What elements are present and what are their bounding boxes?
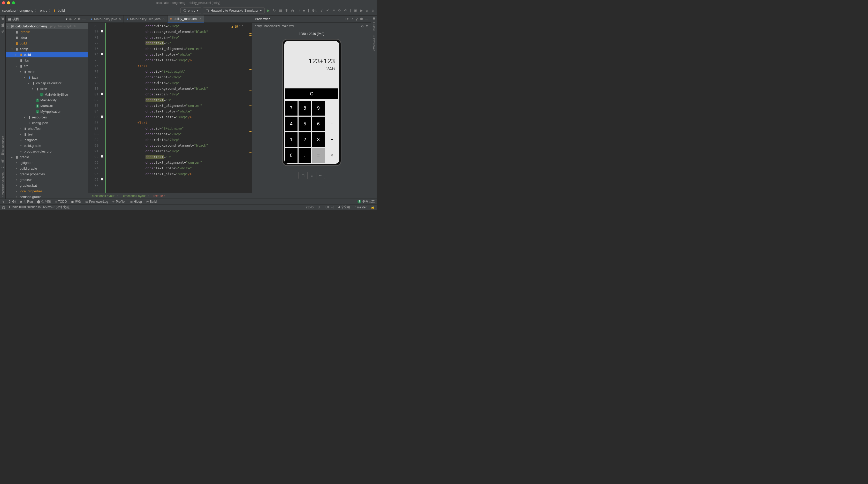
gradle-icon[interactable]: ⬣ [373, 17, 375, 20]
bc-seg[interactable]: TextField [153, 194, 165, 198]
bc-seg[interactable]: DirectionalLayout [122, 194, 146, 198]
tool-problems[interactable]: ⬤ 6: 问题 [37, 199, 51, 204]
breadcrumb-seg[interactable]: build [58, 8, 65, 12]
minimize-icon[interactable]: — [365, 17, 368, 21]
tool-tab-pull-requests[interactable]: Pull Requests [1, 136, 4, 154]
lock-icon[interactable]: 🔒 [371, 206, 375, 209]
tree-row[interactable]: ▪gradlew [6, 177, 88, 183]
bug-icon[interactable]: ✱ [285, 8, 288, 12]
presentation-icon[interactable]: ▣ [354, 8, 357, 12]
debug-refresh-icon[interactable]: ↻ [273, 8, 276, 12]
expand-icon[interactable]: ⤢ [73, 17, 76, 21]
gear-icon[interactable]: ✱ [360, 17, 363, 21]
calc-key[interactable]: 7 [285, 101, 298, 116]
tool-tab-ohos-variants[interactable]: OhosBuild Variants [1, 173, 4, 196]
status-branch[interactable]: ᚶ master [354, 206, 367, 209]
calc-key[interactable]: 9 [312, 101, 325, 116]
split-icon[interactable]: ◫ [299, 172, 307, 179]
tool-profiler[interactable]: ∿ Profiler [112, 200, 126, 204]
zoom-out-icon[interactable]: ⊖ [361, 24, 364, 28]
tree-row[interactable]: ▪local.properties [6, 188, 88, 194]
tree-row[interactable]: CMathUtil [6, 103, 88, 109]
tool-tab-structure[interactable]: 7: 结构 [1, 158, 5, 161]
device-screen[interactable]: 123+123 246 C 789+456-123÷0.=× [284, 41, 339, 164]
more-icon[interactable]: ⋯ [316, 172, 325, 179]
device-selector[interactable]: ▢ Huawei Lite Wearable Simulator ▾ [203, 7, 265, 13]
tree-row[interactable]: ▾▮src [6, 63, 88, 69]
calc-key[interactable]: 8 [299, 101, 311, 116]
status-position[interactable]: 23:40 [306, 206, 314, 209]
tree-row[interactable]: ▮.idea [6, 35, 88, 40]
minimize-icon[interactable] [7, 1, 10, 4]
calc-key[interactable]: 5 [299, 117, 311, 131]
git-commit-icon[interactable]: ✔ [326, 8, 329, 12]
breadcrumb-seg[interactable]: calculator-hongmeng [2, 8, 33, 12]
tree-row[interactable]: ▪gradlew.bat [6, 183, 88, 188]
calc-clear-key[interactable]: C [285, 88, 338, 99]
tree-row[interactable]: ▸▮gradle [6, 154, 88, 160]
editor-tab[interactable]: ●ability_main.xml✕ [167, 16, 204, 23]
tool-tab-gradle[interactable]: Gradle [372, 22, 376, 31]
calc-key[interactable]: = [312, 148, 325, 163]
theme-icon[interactable]: ☼ [307, 172, 316, 179]
calc-key[interactable]: 1 [285, 132, 298, 147]
target-icon[interactable]: ⊕ [69, 17, 72, 21]
close-icon[interactable]: ✕ [162, 17, 165, 21]
calc-key[interactable]: ÷ [326, 132, 338, 147]
tree-row[interactable]: ▸▮ohosTest [6, 126, 88, 131]
tree-row[interactable]: ▾▮main [6, 69, 88, 74]
gear-icon[interactable]: ✱ [78, 17, 81, 21]
close-icon[interactable]: ✕ [119, 17, 121, 21]
project-view-icon[interactable]: ▦ [2, 17, 4, 20]
tree-row[interactable]: ▪proguard-rules.pro [6, 148, 88, 154]
tree-row[interactable]: ▪gradle.properties [6, 171, 88, 177]
tree-row[interactable]: ▸▮test [6, 131, 88, 137]
search-icon[interactable]: ⌕ [366, 8, 368, 12]
breadcrumb-seg[interactable]: entry [40, 8, 47, 12]
tree-row[interactable]: ▪.gitignore [6, 137, 88, 143]
attach-icon[interactable]: ⇉ [297, 8, 300, 12]
chevron-up-icon[interactable]: ˄ [239, 24, 241, 29]
calc-key[interactable]: . [299, 148, 311, 163]
tree-row[interactable]: ▮.gradle [6, 29, 88, 35]
code-content[interactable]: ▲ 19 ˄ ˅ ohos:width="70vp" ohos:backgrou… [105, 23, 252, 193]
tree-row[interactable]: ▪settings.gradle [6, 194, 88, 199]
close-icon[interactable]: ✕ [199, 17, 202, 21]
tree-row[interactable]: ▮libs [6, 57, 88, 63]
calc-key[interactable]: × [326, 148, 338, 163]
tool-run[interactable]: ▶ 4: Run [21, 200, 33, 204]
which-key-icon[interactable]: ↳ [2, 200, 5, 204]
git-rollback-icon[interactable]: ↶ [344, 8, 347, 12]
editor-body[interactable]: 6970717273747576777879808182838485868788… [88, 23, 252, 193]
tree-row[interactable]: ▪.gitignore [6, 160, 88, 165]
tree-row[interactable]: ▪config.json [6, 120, 88, 126]
refresh-icon[interactable]: ⟳ [350, 17, 353, 21]
calc-key[interactable]: 0 [285, 148, 298, 163]
tree-row[interactable]: ▮build [6, 40, 88, 46]
coverage-icon[interactable]: ▤ [279, 8, 282, 12]
calc-key[interactable]: 6 [312, 117, 325, 131]
stop-icon[interactable]: ■ [303, 8, 305, 12]
tool-tab-commit[interactable]: 0: 提交对选推 [1, 29, 5, 33]
editor-tab[interactable]: ●MainAbility.java✕ [88, 16, 124, 23]
chevron-down-icon[interactable]: ˅ [242, 24, 243, 29]
tool-todo[interactable]: ≡ TODO [55, 200, 67, 204]
tool-tab-project[interactable]: 1: 项目 [1, 22, 5, 25]
maximize-icon[interactable] [12, 1, 15, 4]
git-history-icon[interactable]: ⟳ [338, 8, 341, 12]
inspection-widget[interactable]: ▲ 19 ˄ ˅ [231, 24, 243, 29]
run-anything-icon[interactable]: ▶ [360, 8, 363, 12]
run-icon[interactable]: ▶ [267, 8, 270, 12]
minimize-icon[interactable]: — [82, 17, 86, 21]
git-push-icon[interactable]: ↗ [332, 8, 335, 12]
bc-seg[interactable]: DirectionalLayout [90, 194, 115, 198]
profile-icon[interactable]: ◔ [291, 8, 294, 12]
tree-row[interactable]: CMyApplication [6, 109, 88, 114]
pin-icon[interactable]: ⚲ [355, 17, 358, 21]
tool-tab-previewer[interactable]: 3: Previewer [372, 35, 376, 51]
tool-hilog[interactable]: ▥ HiLog [130, 200, 142, 204]
status-indent[interactable]: 4 个空格 [338, 205, 350, 209]
calc-key[interactable]: 4 [285, 117, 298, 131]
tool-git[interactable]: 9: Git [9, 200, 16, 204]
chevron-down-icon[interactable]: ▾ [66, 17, 67, 21]
